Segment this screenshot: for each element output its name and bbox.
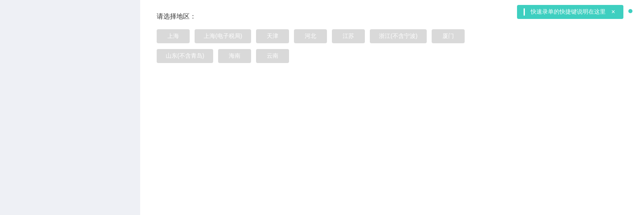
region-btn-shanghai-etax[interactable]: 上海(电子税局) xyxy=(195,29,251,43)
region-btn-shanghai[interactable]: 上海 xyxy=(157,29,190,43)
region-btn-yunnan[interactable]: 云南 xyxy=(256,49,289,63)
region-btn-jiangsu[interactable]: 江苏 xyxy=(332,29,365,43)
region-btn-zhejiang[interactable]: 浙江(不含宁波) xyxy=(370,29,426,43)
region-btn-tianjin[interactable]: 天津 xyxy=(256,29,289,43)
sidebar xyxy=(0,0,140,215)
tooltip-dot xyxy=(628,9,632,13)
main-content: 请选择地区： 上海 上海(电子税局) 天津 河北 江苏 浙江(不含宁波) 厦门 … xyxy=(140,0,644,215)
region-btn-shandong[interactable]: 山东(不含青岛) xyxy=(157,49,213,63)
region-btn-hebei[interactable]: 河北 xyxy=(294,29,327,43)
region-row-1: 上海 上海(电子税局) 天津 河北 江苏 浙江(不含宁波) 厦门 xyxy=(157,29,628,43)
tooltip-banner: 快速录单的快捷键说明在这里 × xyxy=(517,5,623,19)
region-row-2: 山东(不含青岛) 海南 云南 xyxy=(157,49,628,63)
tooltip-close-button[interactable]: × xyxy=(610,9,617,15)
region-btn-xiamen[interactable]: 厦门 xyxy=(432,29,465,43)
tooltip-text: 快速录单的快捷键说明在这里 xyxy=(531,8,606,16)
region-btn-hainan[interactable]: 海南 xyxy=(218,49,251,63)
